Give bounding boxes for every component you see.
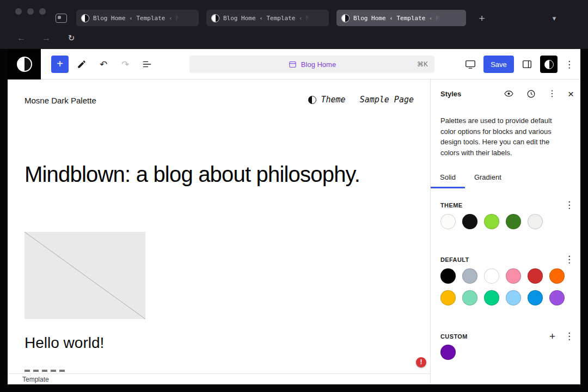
nav-item-sample-page[interactable]: Sample Page	[360, 95, 414, 105]
default-kebab-icon[interactable]: ⋮	[565, 255, 574, 264]
tab-title: Blog Home ‹ Template ‹ M	[353, 15, 440, 22]
theme-kebab-icon[interactable]: ⋮	[565, 200, 574, 210]
redo-button[interactable]: ↷	[119, 58, 132, 71]
list-view-icon[interactable]	[140, 58, 154, 71]
color-swatch[interactable]	[506, 268, 521, 284]
breadcrumb[interactable]: Template	[22, 376, 49, 383]
reload-button[interactable]: ↻	[64, 27, 78, 49]
list-all-tabs-icon[interactable]: ▾	[548, 11, 561, 26]
options-kebab-icon[interactable]: ⋮	[565, 60, 574, 69]
back-button[interactable]: ←	[14, 27, 28, 49]
styles-icon	[544, 60, 554, 69]
editor-canvas: Mosne Dark Palette Theme Sample Page Min…	[8, 79, 430, 373]
partially-visible-content	[24, 370, 65, 372]
post-title: Hello world!	[24, 334, 104, 352]
blog-heading: Mindblown: a blog about philosophy.	[24, 162, 422, 187]
revisions-clock-icon[interactable]	[526, 89, 536, 99]
edit-pencil-icon[interactable]	[75, 58, 88, 71]
styles-panel-title: Styles	[440, 90, 461, 98]
firefox-view-icon[interactable]	[56, 14, 67, 23]
document-title: Blog Home	[301, 60, 336, 69]
color-swatch[interactable]	[549, 268, 565, 284]
editor-footer: Template	[8, 373, 430, 384]
forward-button[interactable]: →	[39, 27, 53, 49]
tab-title: Blog Home ‹ Template ‹ M	[223, 15, 310, 22]
tab-solid[interactable]: Solid	[431, 167, 465, 188]
default-section-label: DEFAULT	[440, 256, 469, 263]
color-swatch[interactable]	[462, 214, 477, 229]
color-swatch[interactable]	[528, 268, 543, 284]
site-favicon-icon	[212, 15, 219, 22]
close-icon[interactable]: ×	[568, 89, 574, 99]
styles-kebab-icon[interactable]: ⋮	[548, 89, 556, 98]
template-icon	[288, 60, 297, 69]
custom-section-label: CUSTOM	[440, 333, 468, 340]
site-editor-logo-button[interactable]	[8, 49, 41, 79]
zoom-window-button[interactable]	[39, 8, 46, 15]
color-swatch[interactable]	[549, 290, 565, 305]
undo-button[interactable]: ↶	[97, 58, 110, 71]
theme-section-label: THEME	[440, 202, 463, 209]
nav-item-theme[interactable]: Theme	[308, 95, 346, 105]
nav-sample-page-label: Sample Page	[360, 95, 414, 105]
site-favicon-icon	[82, 15, 89, 22]
header-actions: Save ⋮	[464, 56, 574, 73]
theme-section-header: THEME ⋮	[440, 200, 574, 210]
broken-image-placeholder[interactable]	[24, 232, 145, 319]
color-swatch[interactable]	[440, 268, 456, 284]
browser-tab-bar: Blog Home ‹ Template ‹ M Blog Home ‹ Tem…	[0, 0, 588, 27]
color-swatch[interactable]	[484, 268, 499, 284]
default-swatches	[440, 268, 571, 305]
color-swatch[interactable]	[462, 268, 477, 284]
color-swatch[interactable]	[528, 290, 543, 305]
new-tab-button[interactable]: +	[475, 11, 489, 26]
browser-tab-active[interactable]: Blog Home ‹ Template ‹ M	[336, 10, 466, 26]
half-moon-icon	[308, 96, 316, 104]
color-swatch[interactable]	[484, 214, 499, 229]
theme-swatches	[440, 214, 571, 229]
color-swatch[interactable]	[528, 214, 543, 229]
browser-toolbar: ← → ↻ localhost:10003/wp-admin/site-edit…	[0, 27, 588, 49]
color-swatch[interactable]	[506, 214, 521, 229]
color-swatch[interactable]	[506, 290, 521, 305]
site-logo-icon	[17, 57, 32, 72]
site-navigation: Theme Sample Page	[308, 95, 414, 105]
document-bar[interactable]: Blog Home ⌘K	[189, 56, 434, 73]
close-window-button[interactable]	[15, 8, 22, 15]
styles-sidebar-header: Styles ⋮ ×	[440, 87, 574, 101]
screen: Blog Home ‹ Template ‹ M Blog Home ‹ Tem…	[0, 0, 588, 392]
styles-sidebar: Styles ⋮ × Palettes are used to provide …	[430, 79, 580, 384]
color-swatch[interactable]	[440, 290, 456, 305]
tab-title: Blog Home ‹ Template ‹ M	[93, 15, 180, 22]
site-title: Mosne Dark Palette	[24, 96, 96, 105]
editor-header: + ↶ ↷ Blog Home ⌘K Save ⋮	[41, 49, 580, 79]
styles-toggle-button[interactable]	[540, 56, 558, 73]
default-section-header: DEFAULT ⋮	[440, 255, 574, 264]
color-swatch[interactable]	[484, 290, 499, 305]
color-swatch[interactable]	[440, 214, 456, 229]
custom-kebab-icon[interactable]: ⋮	[565, 332, 574, 341]
save-button[interactable]: Save	[483, 56, 514, 73]
nav-theme-label: Theme	[321, 95, 346, 105]
command-shortcut: ⌘K	[417, 56, 428, 73]
color-swatch[interactable]	[440, 345, 456, 360]
browser-tab[interactable]: Blog Home ‹ Template ‹ M	[76, 10, 199, 26]
preview-monitor-icon[interactable]	[464, 58, 476, 70]
block-inserter-button[interactable]: +	[51, 56, 69, 73]
custom-section-header: CUSTOM + ⋮	[440, 331, 574, 341]
minimize-window-button[interactable]	[27, 8, 34, 15]
palette-description: Palettes are used to provide default col…	[440, 115, 564, 158]
palette-tabs: Solid Gradient	[431, 167, 581, 188]
style-book-eye-icon[interactable]	[503, 89, 514, 99]
site-favicon-icon	[342, 15, 349, 22]
custom-swatches	[440, 345, 571, 360]
tab-gradient[interactable]: Gradient	[465, 167, 511, 188]
window-controls	[15, 8, 46, 15]
settings-panel-toggle-icon[interactable]	[521, 58, 533, 70]
add-color-icon[interactable]: +	[549, 331, 555, 341]
error-badge[interactable]: !	[416, 357, 426, 367]
browser-tab[interactable]: Blog Home ‹ Template ‹ M	[206, 10, 329, 26]
color-swatch[interactable]	[462, 290, 477, 305]
